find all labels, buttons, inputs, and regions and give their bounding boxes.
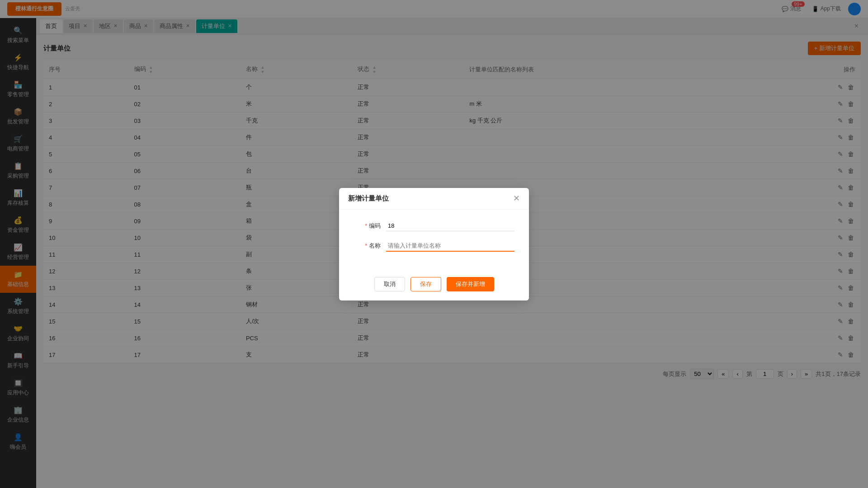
modal-footer: 取消 保存 保存并新增 — [339, 272, 529, 300]
form-row-code: 编码 — [354, 221, 514, 231]
save-button[interactable]: 保存 — [410, 277, 441, 291]
save-and-new-button[interactable]: 保存并新增 — [447, 277, 494, 291]
modal-overlay[interactable]: 新增计量单位 ✕ 编码 名称 取消 保存 保存并新增 — [0, 0, 868, 488]
name-input[interactable] — [386, 240, 514, 252]
form-row-name: 名称 — [354, 240, 514, 252]
code-input[interactable] — [386, 221, 514, 231]
form-label-name: 名称 — [354, 242, 381, 250]
add-measure-unit-modal: 新增计量单位 ✕ 编码 名称 取消 保存 保存并新增 — [339, 188, 529, 300]
modal-title: 新增计量单位 — [348, 194, 389, 203]
modal-header: 新增计量单位 ✕ — [339, 188, 529, 210]
cancel-button[interactable]: 取消 — [374, 277, 405, 291]
modal-body: 编码 名称 — [339, 210, 529, 272]
modal-close-btn[interactable]: ✕ — [513, 194, 520, 202]
form-label-code: 编码 — [354, 222, 381, 230]
